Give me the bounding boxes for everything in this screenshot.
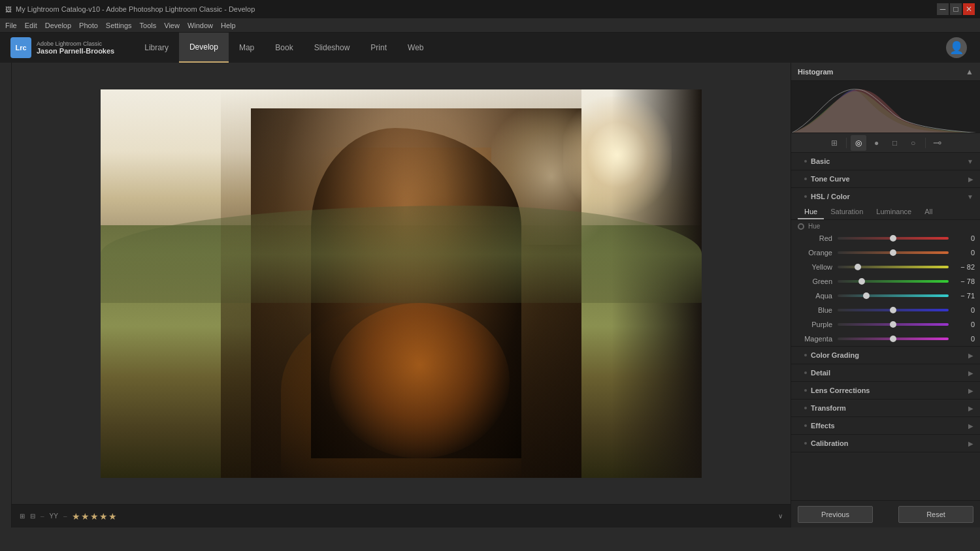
filmstrip-grid-btn[interactable]: ⊟ [30, 512, 35, 520]
menubar: File Edit Develop Photo Settings Tools V… [0, 18, 980, 33]
menu-help[interactable]: Help [221, 22, 236, 29]
lrc-brand: Adobe Lightroom Classic [37, 40, 114, 47]
calibration-toggle[interactable]: ▶ [968, 440, 973, 447]
nav-avatar[interactable]: 👤 [946, 37, 967, 58]
hsl-toggle[interactable]: ▼ [967, 193, 973, 200]
detail-panel-header[interactable]: Detail ▶ [791, 364, 980, 381]
transform-panel-header[interactable]: Transform ▶ [791, 400, 980, 417]
filmstrip-view-btn[interactable]: ⊞ [20, 512, 25, 520]
nav-web[interactable]: Web [397, 33, 434, 63]
hsl-label-blue: Blue [796, 306, 832, 314]
lens-corrections-section: Lens Corrections ▶ [791, 382, 980, 400]
restore-button[interactable]: □ [950, 3, 962, 15]
color-grading-indicator [804, 354, 807, 356]
calibration-indicator [804, 442, 807, 445]
color-grading-panel-header[interactable]: Color Grading ▶ [791, 347, 980, 364]
transform-toggle[interactable]: ▶ [968, 405, 973, 412]
hsl-label-aqua: Aqua [796, 292, 832, 300]
hsl-thumb-orange [890, 249, 896, 256]
hue-section-header: Hue [791, 220, 980, 231]
hsl-slider-magenta[interactable] [838, 338, 949, 340]
nav-map[interactable]: Map [229, 33, 265, 63]
tone-curve-header-left: Tone Curve [804, 175, 850, 183]
photo-container [101, 89, 702, 478]
effects-toggle[interactable]: ▶ [968, 422, 973, 430]
hsl-thumb-magenta [890, 336, 896, 342]
tone-curve-section: Tone Curve ▶ [791, 170, 980, 188]
nav-book[interactable]: Book [265, 33, 303, 63]
color-grading-section: Color Grading ▶ [791, 347, 980, 364]
menu-window[interactable]: Window [188, 22, 213, 29]
histogram-collapse-icon[interactable]: ▲ [966, 67, 973, 76]
menu-file[interactable]: File [5, 22, 17, 29]
minimize-button[interactable]: ─ [937, 3, 949, 15]
tool-circle-dot[interactable]: ◎ [851, 135, 866, 151]
hsl-section: HSL / Color ▼ Hue Saturation Luminance A… [791, 188, 980, 347]
hsl-slider-green[interactable] [838, 280, 949, 283]
hsl-tab-luminance[interactable]: Luminance [870, 205, 918, 219]
detail-toggle[interactable]: ▶ [968, 370, 973, 377]
hsl-label-magenta: Magenta [796, 335, 832, 343]
tool-slider[interactable]: ⊸ [930, 135, 945, 151]
reset-button[interactable]: Reset [898, 506, 973, 523]
tone-curve-panel-header[interactable]: Tone Curve ▶ [791, 170, 980, 187]
color-grading-toggle[interactable]: ▶ [968, 352, 973, 359]
tool-row: ⊞ ◎ ● □ ○ ⊸ [791, 133, 980, 153]
tool-circle-full[interactable]: ● [869, 135, 885, 151]
hsl-slider-purple[interactable] [838, 323, 949, 326]
lens-corrections-panel-header[interactable]: Lens Corrections ▶ [791, 382, 980, 399]
basic-toggle[interactable]: ▼ [967, 158, 973, 165]
menu-edit[interactable]: Edit [25, 22, 37, 29]
filmstrip-expand-btn[interactable]: ∨ [778, 512, 783, 520]
basic-indicator [804, 160, 807, 163]
histogram-area [791, 81, 980, 133]
hsl-thumb-blue [890, 307, 896, 313]
hsl-row-aqua: Aqua − 71 [791, 289, 980, 303]
nav-develop[interactable]: Develop [179, 33, 229, 63]
menu-settings[interactable]: Settings [106, 22, 132, 29]
lens-corrections-header-left: Lens Corrections [804, 386, 870, 394]
calibration-panel-header[interactable]: Calibration ▶ [791, 435, 980, 452]
hsl-panel-header[interactable]: HSL / Color ▼ [791, 188, 980, 205]
histogram-svg [791, 81, 980, 133]
hsl-tabs: Hue Saturation Luminance All [791, 205, 980, 220]
hsl-tab-all[interactable]: All [918, 205, 939, 219]
star-rating[interactable]: ★★★★★ [72, 511, 118, 522]
hsl-thumb-yellow [855, 264, 861, 270]
tool-circle-empty[interactable]: ○ [906, 135, 921, 151]
hsl-slider-yellow[interactable] [838, 266, 949, 268]
hsl-thumb-green [858, 278, 865, 285]
effects-panel-header[interactable]: Effects ▶ [791, 417, 980, 434]
hsl-slider-orange[interactable] [838, 251, 949, 254]
close-button[interactable]: ✕ [963, 3, 975, 15]
right-panel: Histogram ▲ [791, 63, 980, 527]
tool-grid[interactable]: ⊞ [826, 135, 842, 151]
titlebar-controls[interactable]: ─ □ ✕ [937, 3, 975, 15]
menu-view[interactable]: View [164, 22, 180, 29]
left-panel [0, 63, 12, 527]
nav-slideshow[interactable]: Slideshow [304, 33, 361, 63]
previous-button[interactable]: Previous [798, 506, 873, 523]
basic-panel-header[interactable]: Basic ▼ [791, 153, 980, 170]
tone-curve-toggle[interactable]: ▶ [968, 176, 973, 183]
filmstrip-compare-btn[interactable]: YY [50, 512, 58, 520]
hsl-slider-blue[interactable] [838, 309, 949, 311]
hsl-header-left: HSL / Color [804, 193, 850, 200]
nav-print[interactable]: Print [360, 33, 397, 63]
panels-scroll[interactable]: Basic ▼ Tone Curve ▶ [791, 153, 980, 500]
hsl-row-blue: Blue 0 [791, 303, 980, 317]
photo-area [12, 63, 791, 504]
hsl-tab-hue[interactable]: Hue [798, 205, 824, 219]
nav-library[interactable]: Library [134, 33, 179, 63]
menu-develop[interactable]: Develop [45, 22, 71, 29]
hsl-tab-saturation[interactable]: Saturation [824, 205, 870, 219]
hsl-slider-aqua[interactable] [838, 294, 949, 297]
menu-photo[interactable]: Photo [79, 22, 98, 29]
lens-corrections-toggle[interactable]: ▶ [968, 387, 973, 394]
menu-tools[interactable]: Tools [140, 22, 157, 29]
center-panel: ⊞ ⊟ – YY – ★★★★★ ∨ [12, 63, 791, 527]
tool-square[interactable]: □ [887, 135, 903, 151]
hsl-slider-red[interactable] [838, 237, 949, 240]
hsl-value-blue: 0 [954, 306, 975, 314]
orange-jacket [329, 303, 510, 458]
